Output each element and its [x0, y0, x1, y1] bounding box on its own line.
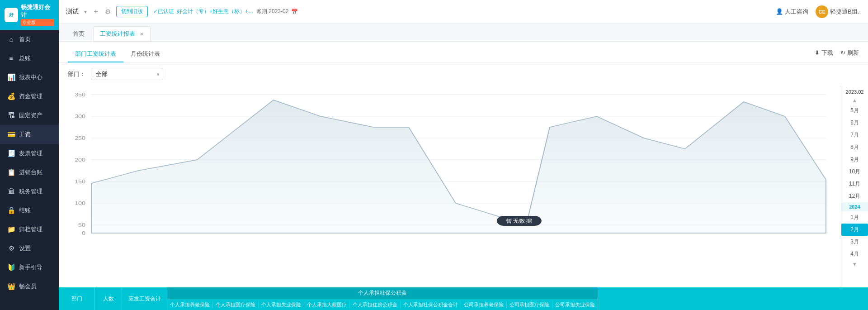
svg-text:100: 100	[75, 200, 85, 206]
filter-bar: 部门： 全部 研发部 销售部 财务部 人事部 ▾	[59, 62, 868, 86]
col-company-unemployment: 公司承担失业保险	[552, 301, 598, 308]
topbar: 测试 ▾ ＋ ⚙ 切到旧版 ✓已认证 好会计（专）+好生意（标）+… 账期 20…	[59, 0, 868, 24]
date-7[interactable]: 7月	[841, 129, 868, 141]
group-sub-cols: 个人承担养老保险 个人承担医疗保险 个人承担失业保险 个人承担大额医疗 个人承担…	[167, 299, 598, 310]
sidebar-nav: ⌂ 首页 ≡ 总账 📊 报表中心 💰 资金管理 🏗 固定资产 💳 工资 🧾 发票…	[0, 30, 59, 310]
date-11[interactable]: 11月	[841, 178, 868, 190]
good-badge: 好会计（专）+好生意（标）+…	[177, 8, 254, 15]
sidebar-item-label: 畅会员	[19, 282, 37, 291]
member-icon: 👑	[7, 282, 15, 291]
sidebar-logo: 好 畅捷通好会计 专业版	[0, 0, 59, 30]
sidebar-item-label: 进销台账	[19, 168, 42, 176]
date-nav-down[interactable]: ▼	[851, 260, 859, 268]
date-2024-2[interactable]: 2月	[841, 224, 868, 236]
sales-icon: 📋	[7, 168, 15, 176]
svg-text:50: 50	[78, 222, 85, 228]
sidebar-item-tax[interactable]: 🏛 税务管理	[0, 182, 59, 201]
date-2024-3[interactable]: 3月	[841, 236, 868, 248]
svg-text:0: 0	[82, 230, 85, 236]
sidebar-item-label: 总账	[19, 54, 31, 62]
sidebar-item-funds[interactable]: 💰 资金管理	[0, 87, 59, 106]
sidebar-item-salary[interactable]: 💳 工资	[0, 125, 59, 144]
salary-chart: 350 300 250 200 150 100 50 0	[68, 90, 832, 244]
sidebar-item-label: 固定资产	[19, 111, 42, 119]
avatar: CE	[816, 5, 828, 18]
logo-text: 畅捷通好会计 专业版	[21, 4, 54, 26]
sidebar-item-label: 报表中心	[19, 73, 42, 81]
calendar-icon[interactable]: 📅	[291, 9, 298, 15]
company-title: 测试	[66, 8, 79, 16]
sidebar-item-home[interactable]: ⌂ 首页	[0, 30, 59, 49]
switch-version-button[interactable]: 切到旧版	[116, 6, 148, 17]
topbar-right: 👤 人工咨询 CE 轻捷通B组..	[776, 5, 861, 18]
archive-icon: 📁	[7, 225, 15, 234]
table-footer: 部门 人数 应发工资合计 个人承担社保公积金 个人承担养老保险 个人承担医疗保险	[59, 287, 868, 310]
col-dept: 部门	[59, 287, 95, 310]
close-account-icon: 🔒	[7, 206, 15, 215]
sidebar-item-label: 税务管理	[19, 187, 42, 196]
date-12[interactable]: 12月	[841, 190, 868, 202]
col-medical: 个人承担医疗保险	[213, 301, 259, 308]
sidebar-item-label: 归档管理	[19, 225, 42, 234]
consult-icon: 👤	[776, 8, 783, 15]
salary-icon: 💳	[7, 130, 15, 138]
sidebar-item-ledger[interactable]: ≡ 总账	[0, 49, 59, 68]
dept-filter-label: 部门：	[68, 70, 85, 78]
dept-select[interactable]: 全部 研发部 销售部 财务部 人事部	[91, 68, 163, 80]
date-5[interactable]: 5月	[841, 105, 868, 117]
sidebar: 好 畅捷通好会计 专业版 ⌂ 首页 ≡ 总账 📊 报表中心 💰 资金管理 🏗 固…	[0, 0, 59, 310]
main-area: 测试 ▾ ＋ ⚙ 切到旧版 ✓已认证 好会计（专）+好生意（标）+… 账期 20…	[59, 0, 868, 310]
chart-outer: 350 300 250 200 150 100 50 0	[59, 86, 868, 287]
date-9[interactable]: 9月	[841, 153, 868, 166]
svg-marker-16	[91, 100, 826, 233]
settings-button[interactable]: ⚙	[105, 8, 111, 16]
sidebar-item-member[interactable]: 👑 畅会员	[0, 277, 59, 296]
sidebar-item-close[interactable]: 🔒 结账	[0, 201, 59, 220]
user-menu[interactable]: CE 轻捷通B组..	[816, 5, 861, 18]
add-button[interactable]: ＋	[92, 7, 99, 16]
tab-salary-report[interactable]: 工资统计报表 ✕	[93, 26, 151, 41]
download-button[interactable]: ⬇ 下载	[815, 49, 833, 57]
sidebar-item-label: 资金管理	[19, 92, 42, 100]
svg-text:300: 300	[75, 114, 85, 119]
reports-icon: 📊	[7, 73, 15, 81]
dropdown-arrow-icon[interactable]: ▾	[84, 9, 87, 15]
sidebar-item-guide[interactable]: 🔰 新手引导	[0, 258, 59, 277]
consult-button[interactable]: 👤 人工咨询	[776, 8, 808, 16]
sidebar-item-invoice[interactable]: 🧾 发票管理	[0, 144, 59, 163]
date-nav-up[interactable]: ▲	[851, 96, 859, 105]
tabbar: 首页 工资统计报表 ✕	[59, 24, 868, 42]
sidebar-item-label: 工资	[19, 130, 31, 138]
subtab-monthly[interactable]: 月份统计表	[123, 46, 167, 62]
col-major-medical: 个人承担大额医疗	[304, 301, 350, 308]
subtab-dept[interactable]: 部门工资统计表	[68, 46, 123, 62]
sidebar-item-settings[interactable]: ⚙ 设置	[0, 239, 59, 258]
subtab-bar: 部门工资统计表 月份统计表 ⬇ 下载 ↻ 刷新	[59, 42, 868, 62]
funds-icon: 💰	[7, 92, 15, 100]
col-personal-total: 个人承担社保公积金合计	[401, 301, 461, 308]
date-8[interactable]: 8月	[841, 141, 868, 153]
col-count: 人数	[95, 287, 122, 310]
date-2024-1[interactable]: 1月	[841, 211, 868, 224]
date-2024-4[interactable]: 4月	[841, 248, 868, 260]
svg-text:200: 200	[75, 157, 85, 163]
home-icon: ⌂	[7, 35, 15, 43]
refresh-button[interactable]: ↻ 刷新	[840, 49, 859, 57]
settings-icon: ⚙	[7, 244, 15, 253]
svg-text:150: 150	[75, 179, 85, 185]
col-group-personal: 个人承担社保公积金 个人承担养老保险 个人承担医疗保险 个人承担失业保险 个人承…	[167, 287, 598, 310]
tab-close-icon[interactable]: ✕	[140, 31, 144, 37]
tab-home[interactable]: 首页	[66, 26, 91, 41]
sidebar-item-label: 发票管理	[19, 149, 42, 157]
col-total-salary: 应发工资合计	[122, 287, 167, 310]
sidebar-item-label: 设置	[19, 244, 31, 253]
sidebar-item-assets[interactable]: 🏗 固定资产	[0, 106, 59, 125]
sidebar-item-sales[interactable]: 📋 进销台账	[0, 163, 59, 182]
col-old-age: 个人承担养老保险	[167, 301, 213, 308]
topbar-badges: ✓已认证 好会计（专）+好生意（标）+… 账期 2023-02 📅	[153, 8, 298, 15]
sidebar-item-reports[interactable]: 📊 报表中心	[0, 68, 59, 87]
date-6[interactable]: 6月	[841, 117, 868, 129]
date-10[interactable]: 10月	[841, 166, 868, 178]
period-badge: 账期 2023-02	[256, 8, 288, 15]
sidebar-item-archive[interactable]: 📁 归档管理	[0, 220, 59, 239]
